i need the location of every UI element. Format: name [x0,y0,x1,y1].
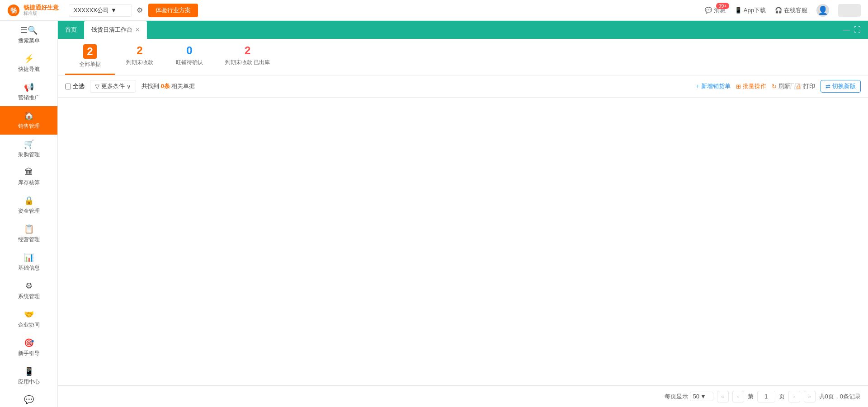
sidebar: ☰🔍 搜索菜单 ⚡ 快捷导航 📢 营销推广 🏠 销售管理 🛒 采购管理 🏛 库存… [0,21,58,407]
guide-icon: 🎯 [24,338,34,348]
first-page-button[interactable]: « [717,391,729,402]
top-bar: 畅 畅捷通好生意 标准版 XXXXXX公司 ▼ ⚙ 体验行业方案 💬 消息 99… [0,0,868,21]
trial-button[interactable]: 体验行业方案 [148,4,198,17]
stat-tab-overdue-unpaid[interactable]: 2 到期未收款 [115,39,165,75]
sidebar-item-label: 经营管理 [18,236,40,243]
sidebar-item-inventory[interactable]: 🏛 库存核算 [0,163,57,191]
system-icon: ⚙ [25,281,33,291]
sidebar-item-app-center[interactable]: 📱 应用中心 [0,362,57,390]
sidebar-item-base-info[interactable]: 📊 基础信息 [0,248,57,276]
print-button[interactable]: 🖨 打印 [796,82,815,90]
base-info-icon: 📊 [24,253,34,262]
online-service-label: 在线客服 [784,6,807,14]
toolbar-right: + 新增销货单 ⊞ 批量操作 ↻ 刷新 🖨 打印 ⇄ [696,80,861,93]
table-area [58,98,868,385]
app-title: 畅捷通好生意 [24,4,59,11]
stat-tab-unshipped[interactable]: 2 到期未收款 已出库 [214,39,281,75]
per-page-label: 每页显示 [665,393,688,401]
select-all-label: 全选 [73,82,85,90]
print-label: 打印 [803,82,815,90]
found-num: 0条 [161,83,170,89]
sidebar-item-label: 营销推广 [18,94,40,102]
stat-num-all: 2 [83,44,96,59]
page-size-arrow: ▼ [700,393,706,400]
top-right-area: 💬 消息 99+ 📱 App下载 🎧 在线客服 👤 [705,4,861,17]
stats-tabs: 2 全部单据 2 到期未收款 0 旺铺待确认 2 到期未收款 已出库 [58,39,868,75]
tab-work-bench-label: 钱货日清工作台 [91,26,132,34]
marketing-icon: 📢 [24,82,34,92]
print-icon: 🖨 [796,83,802,90]
content-area: 首页 钱货日清工作台 ✕ — ⛶ 2 全部单据 [58,21,868,407]
sidebar-item-label: 销售管理 [18,122,40,130]
stat-label-unshipped: 到期未收款 已出库 [225,59,270,66]
page-end-label: 页 [779,393,785,401]
company-selector[interactable]: XXXXXX公司 ▼ [69,4,132,17]
filter-button[interactable]: ▽ 更多条件 ∨ [90,80,136,93]
page-size-value: 50 [693,393,699,400]
next-page-button[interactable]: › [788,391,800,402]
app-download-button[interactable]: 📱 App下载 [735,6,766,14]
purchase-icon: 🛒 [24,139,34,149]
logo-text: 畅捷通好生意 标准版 [24,4,59,17]
first-page-icon: « [721,393,724,400]
app-center-icon: 📱 [24,366,34,376]
sidebar-item-label: 新手引导 [18,350,40,357]
sidebar-item-guide[interactable]: 🎯 新手引导 [0,333,57,362]
tab-bar-actions: — ⛶ [843,26,868,34]
tab-maximize-button[interactable]: ⛶ [854,26,861,34]
sidebar-item-quick-nav[interactable]: ⚡ 快捷导航 [0,49,57,78]
refresh-button[interactable]: ↻ 刷新 [772,82,790,90]
avatar[interactable]: 👤 [816,4,829,17]
tab-home[interactable]: 首页 [58,21,84,39]
last-page-button[interactable]: » [804,391,816,402]
sidebar-item-search[interactable]: ☰🔍 搜索菜单 [0,21,57,49]
stat-tab-wangpu[interactable]: 0 旺铺待确认 [165,39,214,75]
stat-num-overdue: 2 [137,44,142,57]
logo-icon: 畅 [7,4,20,17]
stat-num-wangpu: 0 [186,44,192,57]
sidebar-item-cooperation[interactable]: 🤝 企业协同 [0,305,57,333]
batch-label: 批量操作 [743,82,766,90]
quick-nav-icon: ⚡ [24,54,34,64]
refresh-icon: ↻ [772,83,777,90]
sidebar-item-purchase[interactable]: 🛒 采购管理 [0,135,57,163]
sidebar-item-operations[interactable]: 📋 经营管理 [0,220,57,248]
sidebar-item-label: 资金管理 [18,207,40,215]
switch-version-button[interactable]: ⇄ 切换新版 [821,80,861,93]
download-icon: 📱 [735,7,742,14]
sidebar-item-system[interactable]: ⚙ 系统管理 [0,276,57,305]
app-subtitle: 标准版 [24,11,59,16]
filter-label: 更多条件 [101,82,125,90]
main-layout: ☰🔍 搜索菜单 ⚡ 快捷导航 📢 营销推广 🏠 销售管理 🛒 采购管理 🏛 库存… [0,21,868,407]
online-service-button[interactable]: 🎧 在线客服 [775,6,807,14]
select-all-checkbox[interactable]: 全选 [65,82,85,90]
sidebar-item-finance[interactable]: 🔒 资金管理 [0,191,57,220]
new-sale-button[interactable]: + 新增销货单 [696,82,731,90]
prev-page-button[interactable]: ‹ [732,391,744,402]
settings-button[interactable]: ⚙ [137,6,143,14]
page-content: 2 全部单据 2 到期未收款 0 旺铺待确认 2 到期未收款 已出库 [58,39,868,407]
select-all-input[interactable] [65,84,71,89]
search-icon: ☰🔍 [20,25,38,35]
pagination-bar: 每页显示 50 ▼ « ‹ 第 页 › [58,385,868,407]
tab-minimize-button[interactable]: — [843,26,850,34]
batch-icon: ⊞ [736,83,741,90]
tab-home-label: 首页 [65,26,77,34]
page-number-input[interactable] [757,391,775,402]
sidebar-item-sales[interactable]: 🏠 销售管理 [0,106,57,135]
logo-area: 畅 畅捷通好生意 标准版 [7,4,65,17]
message-button[interactable]: 💬 消息 99+ [705,6,726,14]
sidebar-item-marketing[interactable]: 📢 营销推广 [0,78,57,106]
minimize-icon: — [843,26,850,34]
next-page-icon: › [793,393,795,400]
refresh-label: 刷新 [778,82,790,90]
tab-close-icon[interactable]: ✕ [135,27,140,33]
switch-label: 切换新版 [832,82,856,90]
avatar-icon: 👤 [818,5,828,15]
page-size-input[interactable]: 50 ▼ [690,392,713,401]
tab-work-bench[interactable]: 钱货日清工作台 ✕ [84,21,147,39]
sidebar-item-enterprise-wechat[interactable]: 💬 企业微信 [0,390,57,407]
maximize-icon: ⛶ [854,26,861,34]
batch-operation-button[interactable]: ⊞ 批量操作 [736,82,766,90]
stat-tab-all[interactable]: 2 全部单据 [65,39,115,75]
